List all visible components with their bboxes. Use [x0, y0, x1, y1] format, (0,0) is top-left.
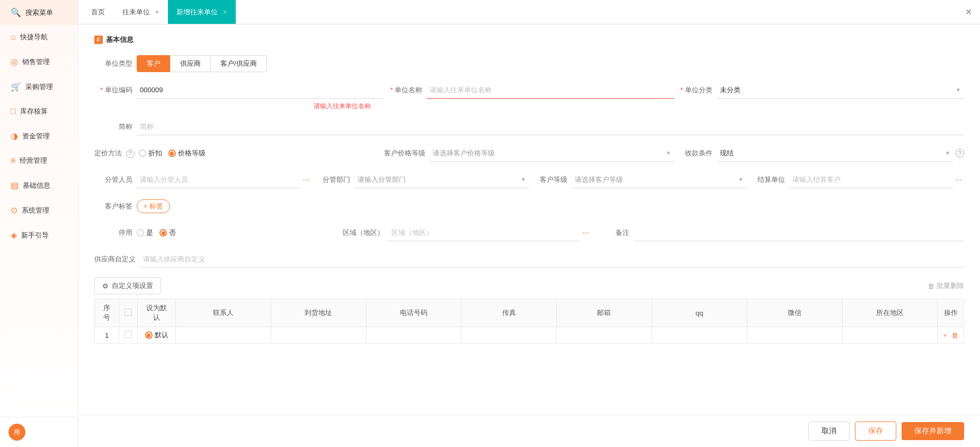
pricing-discount-radio[interactable] [139, 150, 146, 157]
sidebar-search[interactable]: 🔍 搜索菜单 [0, 0, 78, 25]
tags-row: 客户标签 + 标签 [94, 198, 964, 215]
manager-field: 分管人员 ··· [94, 171, 312, 188]
unit-category-select[interactable]: 未分类 ▼ [717, 82, 964, 99]
section-title: F 基本信息 [94, 35, 964, 45]
manager-dots-btn[interactable]: ··· [300, 175, 311, 185]
table-toolbar: ⚙ 自定义项设置 🗑 批量删除 [94, 277, 964, 294]
region-input[interactable] [388, 224, 580, 241]
cell-fax[interactable] [461, 327, 557, 344]
cell-address[interactable] [271, 327, 366, 344]
settlement-unit-input[interactable] [789, 171, 953, 188]
row-default-radio[interactable]: 默认 [143, 330, 170, 340]
dept-placeholder: 请输入分管部门 [358, 175, 521, 185]
tab-home[interactable]: 首页 [83, 0, 114, 24]
pricing-level[interactable]: 价格等级 [168, 148, 206, 158]
region-label: 区域（地区） [343, 224, 388, 241]
cell-contact[interactable] [175, 327, 271, 344]
tags-field: 客户标签 + 标签 [94, 198, 964, 215]
manager-input[interactable] [137, 171, 300, 188]
cell-region[interactable] [842, 327, 938, 344]
unit-btn-supplier[interactable]: 供应商 [170, 55, 211, 72]
supplier-custom-label: 供应商自定义 [94, 251, 140, 268]
customer-level-select[interactable]: 请选择客户等级 ▼ [572, 171, 747, 188]
sidebar-item-label: 采购管理 [25, 82, 53, 92]
add-tag-button[interactable]: + 标签 [137, 199, 170, 213]
cell-qq[interactable] [652, 327, 747, 344]
unit-btn-customer[interactable]: 客户 [137, 55, 171, 72]
cell-wechat[interactable] [747, 327, 842, 344]
sidebar-item-inventory[interactable]: □ 库存核算 [0, 99, 78, 124]
cell-seq: 1 [95, 327, 119, 344]
disable-field: 停用 是 否 [94, 224, 343, 241]
short-name-label: 简称 [94, 118, 137, 135]
add-row-button[interactable]: + [943, 331, 947, 339]
system-icon: ⊙ [11, 205, 17, 215]
tab-bar: 首页 往来单位 × 新增往来单位 × ✕ [78, 0, 980, 24]
disable-yes[interactable]: 是 [137, 228, 153, 238]
dept-select[interactable]: 请输入分管部门 ▼ [354, 171, 530, 188]
unit-code-input[interactable] [137, 82, 384, 99]
row-default-radio-circle[interactable] [145, 331, 153, 339]
cell-phone[interactable] [366, 327, 461, 344]
purchase-icon: 🛒 [11, 82, 21, 92]
pricing-discount[interactable]: 折扣 [139, 148, 162, 158]
qq-input[interactable] [657, 331, 742, 339]
disable-no-radio[interactable] [159, 229, 167, 236]
email-input[interactable] [562, 331, 646, 339]
short-name-input[interactable] [137, 118, 964, 135]
phone-input[interactable] [372, 331, 456, 339]
supplier-custom-field: 供应商自定义 [94, 251, 964, 268]
unit-btn-both[interactable]: 客户/供应商 [210, 55, 267, 72]
note-input[interactable] [634, 224, 964, 241]
tab-partner-list[interactable]: 往来单位 × [114, 0, 168, 24]
tab-partner-list-close[interactable]: × [155, 8, 159, 16]
disable-yes-label: 是 [146, 228, 153, 238]
customer-price-level-label: 客户价格等级 [384, 145, 430, 162]
settlement-dots-btn[interactable]: ··· [953, 175, 964, 185]
pricing-level-radio[interactable] [168, 150, 176, 157]
sidebar-item-label: 快捷导航 [20, 32, 48, 42]
region-table-input[interactable] [848, 331, 932, 339]
sidebar-item-sales[interactable]: ◎ 销售管理 [0, 49, 78, 74]
select-all-checkbox[interactable] [124, 309, 132, 316]
address-input[interactable] [277, 331, 361, 339]
sidebar-item-finance[interactable]: ◑ 资金管理 [0, 124, 78, 148]
pricing-help-icon[interactable]: ? [126, 150, 135, 158]
sidebar-item-label: 经营管理 [20, 156, 47, 165]
payment-terms-select[interactable]: 现结 ▼ [717, 145, 954, 162]
tab-partner-list-label: 往来单位 [122, 7, 150, 17]
sidebar-item-basic-info[interactable]: ▤ 基础信息 [0, 173, 78, 198]
delete-row-button[interactable]: 🗑 [951, 331, 958, 339]
unit-name-input[interactable] [426, 82, 674, 99]
col-default: 设为默认 [138, 299, 176, 327]
customer-price-level-select[interactable]: 请选择客户价格等级 ▼ [430, 145, 674, 162]
custom-settings-button[interactable]: ⚙ 自定义项设置 [94, 277, 161, 294]
batch-delete-button[interactable]: 🗑 批量删除 [928, 281, 964, 291]
region-dots-btn[interactable]: ··· [580, 228, 591, 238]
cell-email[interactable] [557, 327, 652, 344]
cancel-button[interactable]: 取消 [808, 422, 850, 441]
sidebar-item-quick-nav[interactable]: ⌂ 快捷导航 [0, 25, 78, 49]
sidebar-item-operations[interactable]: ≡ 经营管理 [0, 148, 78, 173]
settlement-unit-field: 结算单位 ··· [747, 171, 965, 188]
contact-input[interactable] [181, 331, 265, 339]
sidebar-item-purchase[interactable]: 🛒 采购管理 [0, 74, 78, 99]
disable-yes-radio[interactable] [137, 229, 144, 236]
payment-terms-help-icon[interactable]: ? [956, 149, 964, 157]
save-new-button[interactable]: 保存并新增 [902, 422, 964, 440]
sidebar-item-system[interactable]: ⊙ 系统管理 [0, 198, 78, 223]
disable-no[interactable]: 否 [159, 228, 176, 238]
unit-category-field: 单位分类 未分类 ▼ [674, 82, 964, 99]
unit-type-row: 单位类型 客户 供应商 客户/供应商 [94, 55, 964, 72]
cell-default: 默认 [138, 327, 176, 344]
row-checkbox[interactable] [124, 331, 132, 338]
save-button[interactable]: 保存 [855, 422, 896, 441]
code-name-category-row: 单位编码 单位名称 单位分类 未分类 ▼ [94, 82, 964, 99]
tab-new-partner[interactable]: 新增往来单位 × [168, 0, 236, 24]
tab-new-partner-close[interactable]: × [223, 8, 227, 16]
window-close-button[interactable]: ✕ [961, 5, 976, 20]
supplier-custom-input[interactable] [140, 251, 964, 268]
fax-input[interactable] [467, 331, 551, 339]
sidebar-item-guide[interactable]: ◈ 新手引导 [0, 223, 78, 248]
wechat-input[interactable] [753, 331, 837, 339]
